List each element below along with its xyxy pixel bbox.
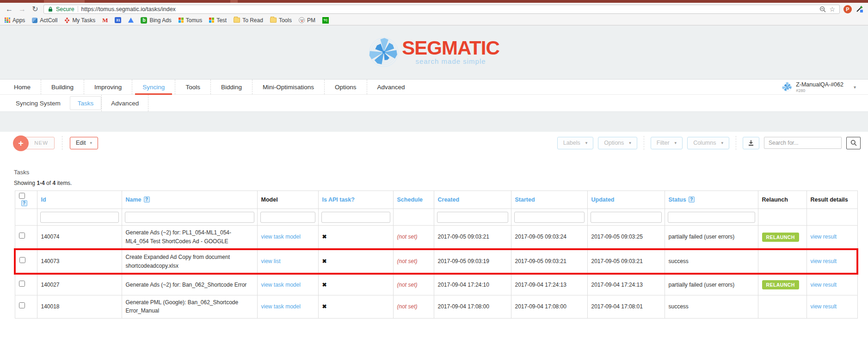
- bookmark-my-tasks[interactable]: My Tasks: [64, 17, 95, 24]
- lock-icon: [48, 6, 53, 12]
- options-button-label: Options: [604, 140, 624, 146]
- relaunch-button[interactable]: RELAUNCH: [762, 233, 799, 242]
- bookmark-tools[interactable]: Tools: [270, 17, 292, 24]
- bookmark-gmail[interactable]: M: [102, 17, 108, 24]
- column-label[interactable]: Updated: [591, 196, 615, 203]
- help-icon[interactable]: ?: [21, 200, 27, 206]
- name-filter-input[interactable]: [125, 212, 254, 223]
- view-list-link[interactable]: view list: [261, 258, 281, 264]
- eyedropper-extension-icon[interactable]: [856, 5, 863, 13]
- view-task-model-link[interactable]: view task model: [261, 303, 301, 310]
- column-label[interactable]: Is API task?: [322, 196, 355, 203]
- address-bar[interactable]: Secure https://tomus.segmatic.io/tasks/i…: [43, 5, 840, 14]
- row-checkbox[interactable]: [19, 302, 25, 308]
- header-created[interactable]: Created: [434, 191, 511, 209]
- bookmark-calendar[interactable]: 31: [115, 17, 121, 23]
- user-menu[interactable]: Z-ManualQA-#062 #280 ▾: [782, 80, 856, 94]
- column-label[interactable]: Status: [669, 196, 686, 203]
- bookmark-test[interactable]: Test: [209, 17, 227, 24]
- logo-tagline: search made simple: [402, 57, 499, 65]
- download-button[interactable]: [743, 137, 759, 149]
- is-api-filter-input[interactable]: [321, 212, 390, 223]
- column-label[interactable]: Created: [438, 196, 460, 203]
- subtab-tasks[interactable]: Tasks: [70, 96, 102, 110]
- refresh-icon[interactable]: ↻: [31, 6, 40, 13]
- tab-home[interactable]: Home: [4, 80, 41, 94]
- search-input[interactable]: [764, 137, 842, 149]
- bookmark-pm[interactable]: PM: [299, 17, 315, 24]
- bookmark-star-icon[interactable]: ☆: [829, 6, 835, 12]
- header-status[interactable]: Status?: [665, 191, 758, 209]
- column-label[interactable]: Started: [515, 196, 535, 203]
- zoom-out-icon[interactable]: [819, 6, 826, 12]
- header-updated[interactable]: Updated: [587, 191, 665, 209]
- forward-icon[interactable]: →: [18, 6, 27, 13]
- tab-building[interactable]: Building: [41, 80, 84, 94]
- cell-created: 2017-09-05 09:03:21: [434, 226, 511, 250]
- tab-syncing[interactable]: Syncing: [132, 80, 175, 94]
- back-icon[interactable]: ←: [5, 6, 14, 13]
- bookmark-tomus[interactable]: Tomus: [179, 17, 202, 24]
- row-checkbox[interactable]: [19, 233, 25, 239]
- search-button[interactable]: [846, 137, 861, 149]
- bookmark-bing-ads[interactable]: b Bing Ads: [141, 17, 171, 24]
- view-task-model-link[interactable]: view task model: [261, 282, 301, 288]
- bookmark-apps[interactable]: Apps: [5, 17, 25, 24]
- subtab-advanced[interactable]: Advanced: [101, 95, 148, 111]
- row-checkbox[interactable]: [19, 281, 25, 287]
- labels-dropdown-button[interactable]: Labels ▾: [557, 137, 593, 149]
- header-is-api-task[interactable]: Is API task?: [318, 191, 393, 209]
- updated-filter-input[interactable]: [591, 212, 662, 223]
- divider: [644, 136, 644, 150]
- bookmark-actcoll[interactable]: ActColl: [32, 17, 57, 24]
- tab-bidding[interactable]: Bidding: [210, 80, 252, 94]
- cell-select: [15, 249, 37, 274]
- cell-name: Generate Ads (~2) for: PL1_054-ML1_054-M…: [122, 226, 257, 250]
- help-icon[interactable]: ?: [144, 196, 150, 203]
- view-result-link[interactable]: view result: [811, 233, 837, 240]
- tab-options[interactable]: Options: [324, 80, 367, 94]
- tab-mini-optimisations[interactable]: Mini-Optimisations: [252, 80, 324, 94]
- options-dropdown-button[interactable]: Options ▾: [598, 137, 637, 149]
- edit-dropdown-button[interactable]: Edit ▾: [70, 137, 98, 149]
- tab-label: Syncing: [142, 84, 165, 91]
- header-schedule[interactable]: Schedule: [393, 191, 434, 209]
- new-button[interactable]: + NEW: [18, 137, 55, 149]
- created-filter-input[interactable]: [437, 212, 508, 223]
- column-label[interactable]: Id: [41, 196, 46, 203]
- bookmark-to-read[interactable]: To Read: [234, 17, 263, 24]
- view-result-link[interactable]: view result: [811, 303, 837, 310]
- header-id[interactable]: Id: [37, 191, 122, 209]
- id-filter-input[interactable]: [40, 212, 119, 223]
- status-filter-input[interactable]: [668, 212, 755, 223]
- columns-dropdown-button[interactable]: Columns ▾: [687, 137, 729, 149]
- row-checkbox[interactable]: [19, 257, 25, 263]
- cell-result: view result: [806, 226, 857, 250]
- view-task-model-link[interactable]: view task model: [261, 233, 301, 240]
- url-text[interactable]: https://tomus.segmatic.io/tasks/index: [81, 6, 817, 12]
- select-all-checkbox[interactable]: [19, 193, 25, 199]
- column-label[interactable]: Schedule: [397, 196, 423, 203]
- subtab-syncing-system[interactable]: Syncing System: [6, 95, 70, 111]
- header-name[interactable]: Name?: [122, 191, 257, 209]
- bookmark-techcrunch[interactable]: TC: [322, 17, 329, 24]
- user-avatar-icon: [782, 82, 792, 92]
- cell-updated: 2017-09-04 17:08:01: [587, 295, 665, 318]
- tab-tools[interactable]: Tools: [175, 80, 210, 94]
- header-started[interactable]: Started: [511, 191, 587, 209]
- view-result-link[interactable]: view result: [811, 258, 837, 264]
- filter-dropdown-button[interactable]: Filter ▾: [651, 137, 683, 149]
- filter-cell-model: [257, 209, 318, 226]
- help-icon[interactable]: ?: [689, 196, 695, 203]
- view-result-link[interactable]: view result: [811, 282, 837, 288]
- column-label[interactable]: Name: [126, 196, 142, 203]
- results-summary: Showing 1-4 of 4 items.: [14, 180, 856, 186]
- started-filter-input[interactable]: [514, 212, 585, 223]
- segmatic-logo[interactable]: SEGMATIC search made simple: [369, 37, 499, 68]
- tab-advanced[interactable]: Advanced: [367, 80, 415, 94]
- producthunt-extension-icon[interactable]: P: [843, 5, 852, 13]
- relaunch-button[interactable]: RELAUNCH: [762, 280, 799, 289]
- tab-improving[interactable]: Improving: [84, 80, 132, 94]
- model-filter-input[interactable]: [260, 212, 315, 223]
- bookmark-analytics[interactable]: [128, 18, 134, 23]
